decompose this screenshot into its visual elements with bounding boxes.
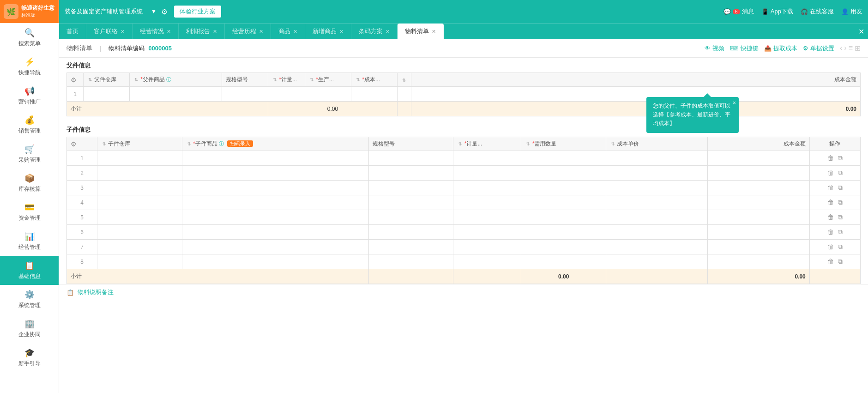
child-copy-btn-5[interactable]: ⧉ [837, 213, 844, 221]
child-spec-cell-5[interactable] [368, 210, 453, 225]
tab-close-customer[interactable]: ✕ [121, 29, 125, 35]
nav-expand-icon[interactable]: ⊞ [855, 44, 861, 53]
child-unit-cost-cell-6[interactable] [606, 225, 707, 240]
view-action[interactable]: 👁 视频 [705, 44, 724, 53]
sidebar-item-sales[interactable]: 💰销售管理 [0, 110, 59, 139]
child-delete-btn-5[interactable]: 🗑 [826, 213, 835, 221]
sidebar-item-purchase[interactable]: 🛒采购管理 [0, 139, 59, 169]
child-warehouse-cell-1[interactable] [97, 151, 182, 166]
child-unit-cell-8[interactable] [453, 254, 521, 269]
child-unit-cost-cell-8[interactable] [606, 254, 707, 269]
close-all-tabs-btn[interactable]: ✕ [855, 27, 868, 36]
child-quantity-cell-4[interactable] [521, 195, 606, 210]
child-copy-btn-1[interactable]: ⧉ [837, 154, 844, 162]
gear-icon[interactable]: ⚙ [161, 7, 168, 16]
system-dropdown[interactable]: ▼ [151, 8, 157, 15]
child-delete-btn-1[interactable]: 🗑 [826, 154, 835, 162]
single-settings-action[interactable]: ⚙ 单据设置 [803, 44, 834, 53]
child-quantity-cell-2[interactable] [521, 166, 606, 181]
child-goods-cell-2[interactable] [182, 166, 368, 181]
child-delete-btn-3[interactable]: 🗑 [826, 184, 835, 191]
nav-tab-operation-status[interactable]: 经营情况✕ [133, 24, 179, 39]
child-warehouse-cell-2[interactable] [97, 166, 182, 181]
tab-close-profit-report[interactable]: ✕ [213, 29, 217, 35]
app-download-btn[interactable]: 📱 App下载 [761, 7, 793, 16]
child-quantity-cell-5[interactable] [521, 210, 606, 225]
child-spec-cell-1[interactable] [368, 151, 453, 166]
child-unit-cell-4[interactable] [453, 195, 521, 210]
sidebar-item-search[interactable]: 🔍搜索菜单 [0, 23, 59, 52]
sidebar-item-quick-nav[interactable]: ⚡快捷导航 [0, 52, 59, 81]
child-warehouse-cell-3[interactable] [97, 181, 182, 195]
child-spec-cell-3[interactable] [368, 181, 453, 195]
nav-tab-home[interactable]: 首页 [59, 24, 86, 39]
child-unit-cell-1[interactable] [453, 151, 521, 166]
child-unit-cell-3[interactable] [453, 181, 521, 195]
child-unit-cost-cell-5[interactable] [606, 210, 707, 225]
message-btn[interactable]: 💬 6 消息 [723, 7, 754, 16]
child-unit-cost-cell-1[interactable] [606, 151, 707, 166]
child-goods-cell-6[interactable] [182, 225, 368, 240]
parent-goods-cell[interactable] [130, 87, 222, 102]
nav-tab-operation-history[interactable]: 经营历程✕ [225, 24, 271, 39]
shortcut-action[interactable]: ⌨ 快捷键 [730, 44, 759, 53]
child-spec-cell-6[interactable] [368, 225, 453, 240]
child-quantity-cell-8[interactable] [521, 254, 606, 269]
sidebar-item-operation[interactable]: 📊经营管理 [0, 227, 59, 256]
child-copy-btn-2[interactable]: ⧉ [837, 169, 844, 177]
tab-close-bom[interactable]: ✕ [432, 29, 436, 35]
child-unit-cost-cell-2[interactable] [606, 166, 707, 181]
child-quantity-cell-6[interactable] [521, 225, 606, 240]
nav-tab-goods[interactable]: 商品✕ [271, 24, 305, 39]
child-copy-btn-4[interactable]: ⧉ [837, 199, 844, 206]
child-copy-btn-7[interactable]: ⧉ [837, 243, 844, 251]
child-goods-cell-1[interactable] [182, 151, 368, 166]
child-unit-cell-5[interactable] [453, 210, 521, 225]
child-unit-cell-6[interactable] [453, 225, 521, 240]
child-delete-btn-8[interactable]: 🗑 [826, 258, 835, 265]
nav-tab-bom[interactable]: 物料清单✕ [398, 24, 444, 39]
nav-tab-barcode[interactable]: 条码方案✕ [351, 24, 398, 39]
scan-badge[interactable]: 扫码录入 [227, 140, 253, 147]
child-goods-cell-7[interactable] [182, 240, 368, 254]
experience-btn[interactable]: 体验行业方案 [174, 6, 221, 18]
child-quantity-cell-3[interactable] [521, 181, 606, 195]
sidebar-item-basic-info[interactable]: 📋基础信息 [0, 256, 59, 285]
child-unit-cost-cell-7[interactable] [606, 240, 707, 254]
child-goods-cell-3[interactable] [182, 181, 368, 195]
child-warehouse-cell-6[interactable] [97, 225, 182, 240]
child-spec-cell-7[interactable] [368, 240, 453, 254]
nav-tab-new-goods[interactable]: 新增商品✕ [305, 24, 351, 39]
breadcrumb-title[interactable]: 物料清单 [66, 44, 92, 53]
child-delete-btn-6[interactable]: 🗑 [826, 228, 835, 236]
sidebar-item-inventory[interactable]: 📦库存核算 [0, 169, 59, 198]
child-delete-btn-2[interactable]: 🗑 [826, 169, 835, 176]
parent-cost-cell[interactable] [351, 87, 398, 102]
child-quantity-cell-1[interactable] [521, 151, 606, 166]
child-spec-cell-8[interactable] [368, 254, 453, 269]
child-delete-btn-7[interactable]: 🗑 [826, 243, 835, 250]
tooltip-close-btn[interactable]: × [733, 99, 736, 108]
nav-tab-profit-report[interactable]: 利润报告✕ [179, 24, 225, 39]
nav-tab-customer[interactable]: 客户联络✕ [86, 24, 133, 39]
sidebar-item-finance[interactable]: 💳资金管理 [0, 198, 59, 227]
child-copy-btn-6[interactable]: ⧉ [837, 228, 844, 236]
child-copy-btn-8[interactable]: ⧉ [837, 258, 844, 266]
child-copy-btn-3[interactable]: ⧉ [837, 184, 844, 192]
sidebar-item-marketing[interactable]: 📢营销推广 [0, 81, 59, 110]
child-spec-cell-4[interactable] [368, 195, 453, 210]
child-unit-cell-7[interactable] [453, 240, 521, 254]
extract-cost-action[interactable]: 📤 提取成本 [764, 44, 797, 53]
child-warehouse-cell-7[interactable] [97, 240, 182, 254]
tab-close-operation-status[interactable]: ✕ [167, 29, 171, 35]
parent-produce-cell[interactable] [305, 87, 351, 102]
child-unit-cell-2[interactable] [453, 166, 521, 181]
child-goods-cell-5[interactable] [182, 210, 368, 225]
child-quantity-cell-7[interactable] [521, 240, 606, 254]
tab-close-operation-history[interactable]: ✕ [259, 29, 263, 35]
child-unit-cost-cell-4[interactable] [606, 195, 707, 210]
user-btn[interactable]: 👤 用友 [841, 7, 862, 16]
sidebar-item-guide[interactable]: 🎓新手引导 [0, 343, 59, 372]
parent-spec-cell[interactable] [222, 87, 268, 102]
tab-close-barcode[interactable]: ✕ [386, 29, 390, 35]
